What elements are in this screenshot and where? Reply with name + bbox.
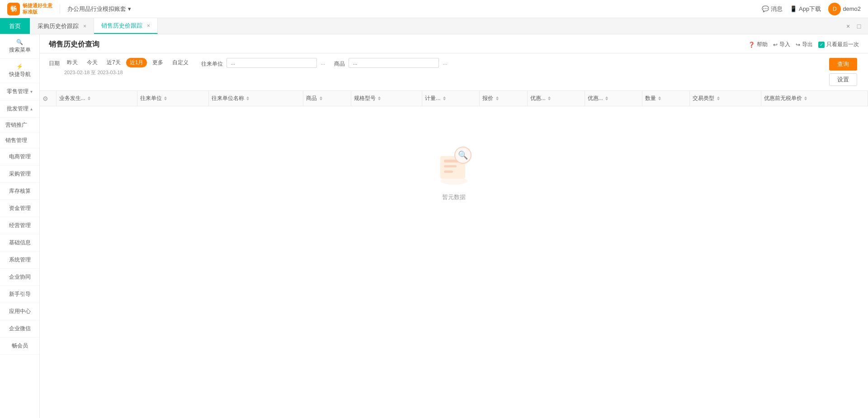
app-download-button[interactable]: 📱 App下载: [790, 5, 821, 13]
finance-label: 资金管理: [9, 204, 31, 212]
svg-text:🔍: 🔍: [458, 150, 468, 160]
filter-today[interactable]: 今天: [83, 58, 101, 67]
sidebar-item-wechat[interactable]: 企业微信: [0, 320, 39, 337]
sort-icon-partner-code: [164, 96, 167, 100]
th-spec[interactable]: 规格型号: [351, 91, 422, 106]
tab-sales-history[interactable]: 销售历史价跟踪 ×: [94, 18, 158, 34]
sidebar-item-system[interactable]: 系统管理: [0, 252, 39, 269]
sidebar-item-search[interactable]: 🔍 搜索菜单: [0, 34, 39, 59]
filter-yesterday[interactable]: 昨天: [63, 58, 81, 67]
sidebar: 🔍 搜索菜单 ⚡ 快捷导航 零售管理 ▾ 批发管理 ▴ 营销推广 销售管理 电商…: [0, 34, 40, 418]
th-unit[interactable]: 计量...: [422, 91, 480, 106]
window-maximize-button[interactable]: □: [855, 23, 863, 30]
only-last-label: 只看最后一次: [826, 41, 859, 48]
phone-icon: 📱: [790, 5, 797, 12]
content-area: 销售历史价查询 ❓ 帮助 ↩ 导入 ↪ 导出 ✓ 只看最后一次: [40, 34, 868, 418]
partner-filter-label: 往来单位: [201, 58, 223, 68]
filter-7days[interactable]: 近7天: [103, 58, 124, 67]
wechat-label: 企业微信: [9, 325, 31, 332]
th-quote[interactable]: 报价: [480, 91, 527, 106]
inventory-label: 库存核算: [9, 187, 31, 195]
product-filter-group: 商品 ...: [334, 58, 447, 68]
workspace-selector[interactable]: 办公用品行业模拟账套 ▾: [67, 5, 131, 13]
th-partner-name[interactable]: 往来单位名称: [208, 91, 303, 106]
tab-sales-label: 销售历史价跟踪: [101, 22, 142, 30]
sidebar-item-finance[interactable]: 资金管理: [0, 200, 39, 217]
sidebar-item-member[interactable]: 畅会员: [0, 337, 39, 355]
date-range-display: 2023-02-18 至 2023-03-18: [63, 69, 192, 76]
sort-icon-product: [320, 96, 322, 100]
tabbar: 首页 采购历史价跟踪 × 销售历史价跟踪 × × □: [0, 18, 868, 34]
tab-purchase-close[interactable]: ×: [83, 23, 86, 29]
guide-label: 新手引导: [9, 290, 31, 298]
settings-button[interactable]: 设置: [829, 73, 857, 86]
sidebar-item-wholesale[interactable]: 批发管理 ▴: [0, 100, 39, 118]
tab-sales-close[interactable]: ×: [147, 23, 150, 29]
svg-rect-4: [444, 171, 453, 173]
tab-purchase-history[interactable]: 采购历史价跟踪 ×: [30, 18, 94, 34]
query-button[interactable]: 查询: [829, 58, 857, 71]
sidebar-item-purchase[interactable]: 采购管理: [0, 166, 39, 183]
topbar: 畅 畅捷通好生意 标准版 办公用品行业模拟账套 ▾ 💬 消息 📱 App下载 D…: [0, 0, 868, 18]
query-buttons: 查询 设置: [829, 58, 859, 86]
sort-icon-partner-name: [246, 96, 249, 100]
sort-icon-pretax: [804, 96, 807, 100]
sidebar-item-guide[interactable]: 新手引导: [0, 286, 39, 303]
purchase-label: 采购管理: [9, 170, 31, 178]
sidebar-item-apps[interactable]: 应用中心: [0, 303, 39, 320]
th-discount1[interactable]: 优惠...: [527, 91, 585, 106]
th-date[interactable]: 业务发生...: [56, 91, 137, 106]
page-title: 销售历史价查询: [49, 40, 99, 49]
user-label: demo2: [843, 5, 861, 12]
window-close-button[interactable]: ×: [844, 23, 852, 30]
member-label: 畅会员: [12, 342, 28, 350]
logo-text: 畅捷通好生意 标准版: [23, 3, 52, 14]
window-controls: × □: [839, 18, 868, 34]
export-button[interactable]: ↪ 导出: [796, 41, 813, 48]
data-table: ⚙ 业务发生... 往来单位: [40, 91, 868, 106]
filter-custom[interactable]: 自定义: [169, 58, 192, 67]
partner-input[interactable]: [226, 58, 317, 68]
import-button[interactable]: ↩ 导入: [773, 41, 790, 48]
sidebar-item-retail[interactable]: 零售管理 ▾: [0, 83, 39, 100]
user-menu-button[interactable]: D demo2: [828, 3, 861, 15]
quicknav-icon: ⚡: [16, 63, 23, 70]
filter-1month[interactable]: 近1月: [126, 58, 147, 67]
app-label: App下载: [799, 5, 821, 13]
sort-icon-qty: [658, 96, 661, 100]
product-input[interactable]: [349, 58, 439, 68]
partner-filter-group: 往来单位 ...: [201, 58, 325, 68]
workspace-label: 办公用品行业模拟账套: [67, 5, 126, 13]
avatar: D: [828, 3, 841, 15]
th-trade-type[interactable]: 交易类型: [690, 91, 761, 106]
logo-area: 畅 畅捷通好生意 标准版: [7, 3, 52, 15]
th-product[interactable]: 商品: [303, 91, 351, 106]
gear-icon[interactable]: ⚙: [42, 95, 48, 102]
tab-home[interactable]: 首页: [0, 18, 30, 34]
sort-icon-spec: [378, 96, 381, 100]
sidebar-item-marketing[interactable]: 营销推广: [0, 118, 39, 133]
help-button[interactable]: ❓ 帮助: [748, 41, 768, 48]
message-button[interactable]: 💬 消息: [762, 5, 783, 13]
product-dots: ...: [443, 60, 447, 66]
sidebar-item-ecommerce[interactable]: 电商管理: [0, 148, 39, 166]
sidebar-item-inventory[interactable]: 库存核算: [0, 183, 39, 200]
filter-more[interactable]: 更多: [149, 58, 167, 67]
th-qty[interactable]: 数量: [642, 91, 689, 106]
th-pretax-price[interactable]: 优惠前无税单价: [761, 91, 868, 106]
sidebar-item-sales[interactable]: 销售管理: [0, 133, 39, 148]
only-last-checkbox[interactable]: ✓ 只看最后一次: [818, 41, 859, 48]
table-head: ⚙ 业务发生... 往来单位: [40, 91, 868, 106]
import-label: 导入: [779, 41, 790, 48]
sidebar-item-collab[interactable]: 企业协同: [0, 269, 39, 286]
chevron-down-icon: ▾: [30, 89, 33, 94]
wholesale-label: 批发管理: [7, 105, 28, 113]
page-header: 销售历史价查询 ❓ 帮助 ↩ 导入 ↪ 导出 ✓ 只看最后一次: [40, 34, 868, 53]
sidebar-item-basic[interactable]: 基础信息: [0, 234, 39, 252]
th-partner-code[interactable]: 往来单位: [137, 91, 208, 106]
th-discount2[interactable]: 优惠...: [585, 91, 642, 106]
sidebar-item-operations[interactable]: 经营管理: [0, 217, 39, 234]
date-filter-buttons: 昨天 今天 近7天 近1月 更多 自定义: [63, 58, 192, 67]
th-settings: ⚙: [40, 91, 56, 106]
sidebar-item-quicknav[interactable]: ⚡ 快捷导航: [0, 59, 39, 83]
